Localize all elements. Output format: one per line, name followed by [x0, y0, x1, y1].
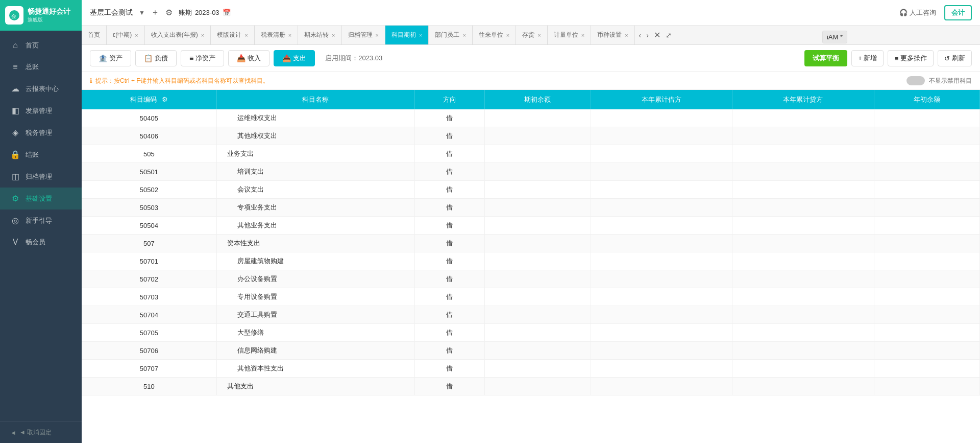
table-row[interactable]: 50501培训支出借: [82, 163, 980, 181]
table-row[interactable]: 50701房屋建筑物购建借: [82, 252, 980, 270]
sidebar-item-tax[interactable]: ◈ 税务管理: [0, 122, 82, 144]
sidebar-item-member[interactable]: V 畅会员: [0, 231, 82, 253]
tab-department[interactable]: 部门员工 ×: [429, 26, 472, 44]
tab-tax[interactable]: 税表清册 ×: [255, 26, 298, 44]
tab-next-icon[interactable]: ›: [644, 30, 651, 40]
tab-subject-init-close[interactable]: ×: [419, 32, 422, 38]
subtab-liabilities-label: 负债: [155, 54, 168, 63]
table-row[interactable]: 50503专项业务支出借: [82, 199, 980, 217]
tab-department-close[interactable]: ×: [462, 32, 465, 38]
sidebar-item-archive[interactable]: ◫ 归档管理: [0, 166, 82, 188]
subtab-expense-label: 支出: [293, 54, 306, 63]
pin-label: ◄ 取消固定: [19, 428, 52, 437]
cell-ytd-debit: [591, 127, 732, 145]
cell-code: 50501: [82, 163, 216, 181]
col-settings-icon[interactable]: ⚙: [162, 96, 168, 103]
add-button[interactable]: + 新增: [851, 50, 884, 66]
tab-subject-init[interactable]: 科目期初 ×: [385, 26, 429, 44]
refresh-button[interactable]: ↺ 刷新: [938, 50, 972, 66]
tab-midterm-close[interactable]: ×: [135, 32, 138, 38]
tab-prev-icon[interactable]: ‹: [637, 30, 644, 40]
sidebar-item-settings[interactable]: ⚙ 基础设置: [0, 188, 82, 209]
disabled-toggle-switch[interactable]: [906, 76, 925, 85]
cell-direction: 借: [414, 252, 484, 270]
cell-beginning-balance: [874, 324, 979, 342]
tab-inventory-close[interactable]: ×: [537, 32, 541, 38]
sidebar-item-invoice-label: 发票管理: [26, 106, 52, 115]
add-company-icon[interactable]: ＋: [151, 7, 159, 18]
tab-archive-close[interactable]: ×: [376, 32, 379, 38]
cell-ytd-debit: [591, 109, 732, 127]
tab-currency[interactable]: 币种设置 ×: [591, 26, 634, 44]
hint-text-content: 提示：按Ctrl + F键并输入科目编码或者科目名称可以查找科目。: [95, 77, 269, 85]
table-row[interactable]: 50504其他业务支出借: [82, 217, 980, 235]
table-row[interactable]: 505业务支出借: [82, 145, 980, 163]
subtab-equity[interactable]: ≡ 净资产: [181, 50, 224, 66]
table-row[interactable]: 50502会议支出借: [82, 181, 980, 199]
calc-balance-button[interactable]: 试算平衡: [804, 50, 847, 66]
company-dropdown-icon[interactable]: ▼: [139, 9, 145, 16]
tab-units[interactable]: 计量单位 ×: [548, 26, 591, 44]
sidebar-item-ledger[interactable]: ≡ 总账: [0, 56, 82, 78]
more-actions-button[interactable]: ≡ 更多操作: [888, 50, 934, 66]
user-role-button[interactable]: 会计: [944, 5, 972, 20]
tab-home[interactable]: 首页: [82, 26, 107, 44]
cell-direction: 借: [414, 378, 484, 395]
calendar-icon[interactable]: 📅: [223, 9, 231, 16]
sidebar-item-archive-label: 归档管理: [26, 172, 52, 181]
table-row[interactable]: 50406其他维权支出借: [82, 127, 980, 145]
cell-beginning-balance: [874, 163, 979, 181]
tab-template[interactable]: 模版设计 ×: [211, 26, 254, 44]
headset-icon: 🎧: [899, 9, 908, 16]
tab-contacts[interactable]: 往来单位 ×: [473, 26, 516, 44]
tab-midterm[interactable]: ε(中期) ×: [107, 26, 145, 44]
sidebar-item-close[interactable]: 🔒 结账: [0, 144, 82, 166]
sidebar-item-guide[interactable]: ◎ 新手引导: [0, 209, 82, 231]
close-all-tabs-icon[interactable]: ✕: [652, 30, 663, 40]
sidebar-item-reports[interactable]: ☁ 云报表中心: [0, 78, 82, 100]
subtab-income[interactable]: 📥 收入: [228, 50, 270, 66]
cell-ytd-debit: [591, 378, 732, 395]
table-container[interactable]: 科目编码 ⚙ 科目名称 方向 期初余额 本年累计借方 本年累计贷方 年初余额 5…: [82, 90, 980, 443]
cell-direction: 借: [414, 306, 484, 324]
table-row[interactable]: 50707其他资本性支出借: [82, 360, 980, 378]
tab-currency-close[interactable]: ×: [625, 32, 628, 38]
subtab-assets[interactable]: 🏦 资产: [90, 50, 131, 66]
table-row[interactable]: 507资本性支出借: [82, 235, 980, 252]
home-icon: ⌂: [10, 41, 20, 50]
sidebar-item-invoice[interactable]: ◧ 发票管理: [0, 100, 82, 122]
cell-code: 50702: [82, 270, 216, 288]
sidebar-item-home[interactable]: ⌂ 首页: [0, 35, 82, 56]
expand-icon[interactable]: ⤢: [664, 31, 674, 39]
cell-ytd-debit: [591, 199, 732, 217]
subtab-equity-label: 净资产: [195, 54, 215, 63]
tab-annual[interactable]: 收入支出表(年报) ×: [145, 26, 211, 44]
tab-units-close[interactable]: ×: [581, 32, 584, 38]
tab-template-close[interactable]: ×: [244, 32, 248, 38]
cell-opening-balance: [485, 378, 591, 395]
table-row[interactable]: 510其他支出借: [82, 378, 980, 395]
sidebar-pin-toggle[interactable]: ◄ ◄ 取消固定: [0, 422, 82, 443]
table-row[interactable]: 50704交通工具购置借: [82, 306, 980, 324]
col-ytd-credit: 本年累计贷方: [732, 90, 874, 109]
tab-period-end-close[interactable]: ×: [332, 32, 335, 38]
topbar-settings-icon[interactable]: ⚙: [165, 8, 173, 17]
subtab-expense[interactable]: 📤 支出: [274, 50, 315, 66]
cell-opening-balance: [485, 342, 591, 360]
tab-period-end[interactable]: 期末结转 ×: [298, 26, 341, 44]
tab-contacts-close[interactable]: ×: [506, 32, 509, 38]
tab-archive[interactable]: 归档管理 ×: [342, 26, 385, 44]
tab-inventory[interactable]: 存货 ×: [516, 26, 547, 44]
table-row[interactable]: 50705大型修缮借: [82, 324, 980, 342]
table-row[interactable]: 50405运维维权支出借: [82, 109, 980, 127]
col-opening-balance: 期初余额: [485, 90, 591, 109]
table-row[interactable]: 50706信息网络购建借: [82, 342, 980, 360]
cell-ytd-debit: [591, 217, 732, 235]
table-row[interactable]: 50703专用设备购置借: [82, 288, 980, 306]
table-row[interactable]: 50702办公设备购置借: [82, 270, 980, 288]
subtab-liabilities[interactable]: 📋 负债: [135, 50, 177, 66]
tab-tax-close[interactable]: ×: [288, 32, 291, 38]
liabilities-icon: 📋: [144, 54, 153, 62]
support-button[interactable]: 🎧 人工咨询: [899, 8, 936, 17]
tab-annual-close[interactable]: ×: [201, 32, 204, 38]
